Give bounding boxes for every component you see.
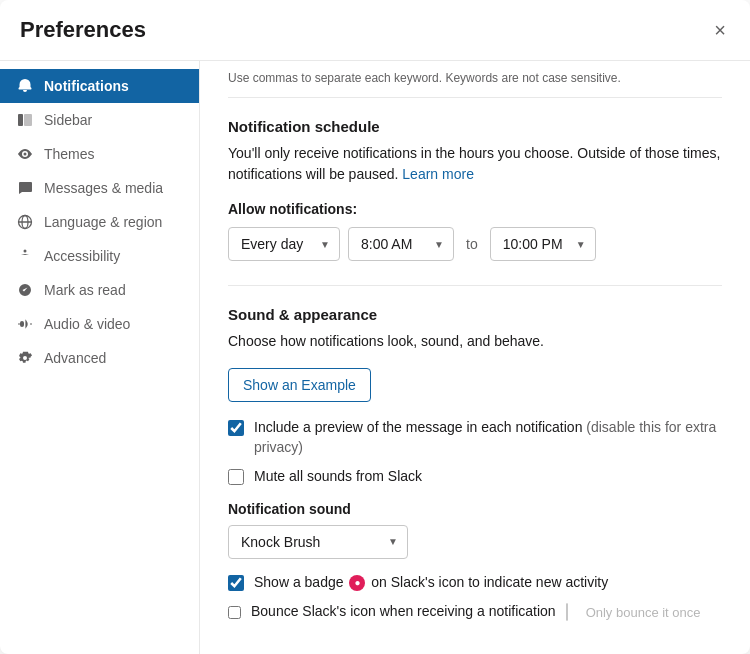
- preferences-modal: Preferences × Notifications: [0, 0, 750, 654]
- modal-title: Preferences: [20, 17, 146, 43]
- svg-rect-1: [24, 114, 32, 126]
- sidebar-label-sidebar: Sidebar: [44, 112, 92, 128]
- only-bounce-checkbox-placeholder: [566, 604, 568, 620]
- sidebar-label-mark-as-read: Mark as read: [44, 282, 126, 298]
- sidebar-label-accessibility: Accessibility: [44, 248, 120, 264]
- mute-sounds-label: Mute all sounds from Slack: [254, 467, 422, 487]
- schedule-section-title: Notification schedule: [228, 118, 722, 135]
- start-time-select[interactable]: 8:00 AM 9:00 AM 10:00 AM: [348, 227, 454, 261]
- audio-icon: [16, 315, 34, 333]
- notification-sound-label: Notification sound: [228, 501, 722, 517]
- close-button[interactable]: ×: [710, 16, 730, 44]
- top-fade-text: Use commas to separate each keyword. Key…: [228, 61, 722, 98]
- sidebar-item-sidebar[interactable]: Sidebar: [0, 103, 199, 137]
- sidebar: Notifications Sidebar Themes: [0, 61, 200, 654]
- badge-label: Show a badge ● on Slack's icon to indica…: [254, 573, 608, 593]
- sound-description: Choose how notifications look, sound, an…: [228, 331, 722, 352]
- checkmark-icon: [16, 281, 34, 299]
- sidebar-item-audio-video[interactable]: Audio & video: [0, 307, 199, 341]
- divider: [228, 285, 722, 286]
- start-time-select-wrapper: 8:00 AM 9:00 AM 10:00 AM ▼: [348, 227, 454, 261]
- bounce-label: Bounce Slack's icon when receiving a not…: [251, 602, 556, 622]
- end-time-select-wrapper: 10:00 PM 11:00 PM 12:00 AM ▼: [490, 227, 596, 261]
- include-preview-label: Include a preview of the message in each…: [254, 418, 722, 457]
- sidebar-icon: [16, 111, 34, 129]
- day-select-wrapper: Every day Weekdays Weekends Custom ▼: [228, 227, 340, 261]
- eye-icon: [16, 145, 34, 163]
- sidebar-label-advanced: Advanced: [44, 350, 106, 366]
- sidebar-item-notifications[interactable]: Notifications: [0, 69, 199, 103]
- sidebar-label-notifications: Notifications: [44, 78, 129, 94]
- badge-checkbox[interactable]: [228, 575, 244, 591]
- badge-icon: ●: [349, 575, 365, 591]
- accessibility-icon: [16, 247, 34, 265]
- sidebar-label-language: Language & region: [44, 214, 162, 230]
- allow-notifications-label: Allow notifications:: [228, 201, 722, 217]
- mute-sounds-checkbox[interactable]: [228, 469, 244, 485]
- include-preview-checkbox[interactable]: [228, 420, 244, 436]
- sidebar-item-advanced[interactable]: Advanced: [0, 341, 199, 375]
- schedule-description: You'll only receive notifications in the…: [228, 143, 722, 185]
- sound-section-title: Sound & appearance: [228, 306, 722, 323]
- sidebar-label-messages: Messages & media: [44, 180, 163, 196]
- badge-row: Show a badge ● on Slack's icon to indica…: [228, 573, 722, 593]
- main-content: Use commas to separate each keyword. Key…: [200, 61, 750, 654]
- bell-icon: [16, 77, 34, 95]
- globe-icon: [16, 213, 34, 231]
- sidebar-label-themes: Themes: [44, 146, 95, 162]
- schedule-row: Every day Weekdays Weekends Custom ▼ 8:0…: [228, 227, 722, 261]
- sidebar-item-messages[interactable]: Messages & media: [0, 171, 199, 205]
- sidebar-item-mark-as-read[interactable]: Mark as read: [0, 273, 199, 307]
- day-select[interactable]: Every day Weekdays Weekends Custom: [228, 227, 340, 261]
- to-label: to: [462, 236, 482, 252]
- svg-rect-0: [18, 114, 23, 126]
- greyed-checkbox: [566, 603, 568, 621]
- sidebar-item-accessibility[interactable]: Accessibility: [0, 239, 199, 273]
- gear-icon: [16, 349, 34, 367]
- sound-select-wrapper: Knock Brush Ding Plink Boing Hummus None…: [228, 525, 408, 559]
- end-time-select[interactable]: 10:00 PM 11:00 PM 12:00 AM: [490, 227, 596, 261]
- mute-sounds-row: Mute all sounds from Slack: [228, 467, 722, 487]
- learn-more-link[interactable]: Learn more: [402, 166, 474, 182]
- sidebar-item-themes[interactable]: Themes: [0, 137, 199, 171]
- message-icon: [16, 179, 34, 197]
- bounce-checkbox[interactable]: [228, 606, 241, 619]
- only-bounce-label: Only bounce it once: [586, 605, 701, 620]
- show-example-button[interactable]: Show an Example: [228, 368, 371, 402]
- svg-point-5: [24, 250, 27, 253]
- modal-header: Preferences ×: [0, 0, 750, 61]
- notification-schedule-section: Notification schedule You'll only receiv…: [228, 118, 722, 261]
- include-preview-row: Include a preview of the message in each…: [228, 418, 722, 457]
- svg-rect-6: [20, 321, 24, 327]
- sidebar-label-audio-video: Audio & video: [44, 316, 130, 332]
- modal-body: Notifications Sidebar Themes: [0, 61, 750, 654]
- sound-select[interactable]: Knock Brush Ding Plink Boing Hummus None: [228, 525, 408, 559]
- sidebar-item-language[interactable]: Language & region: [0, 205, 199, 239]
- bounce-row: Bounce Slack's icon when receiving a not…: [228, 602, 722, 622]
- sound-appearance-section: Sound & appearance Choose how notificati…: [228, 306, 722, 622]
